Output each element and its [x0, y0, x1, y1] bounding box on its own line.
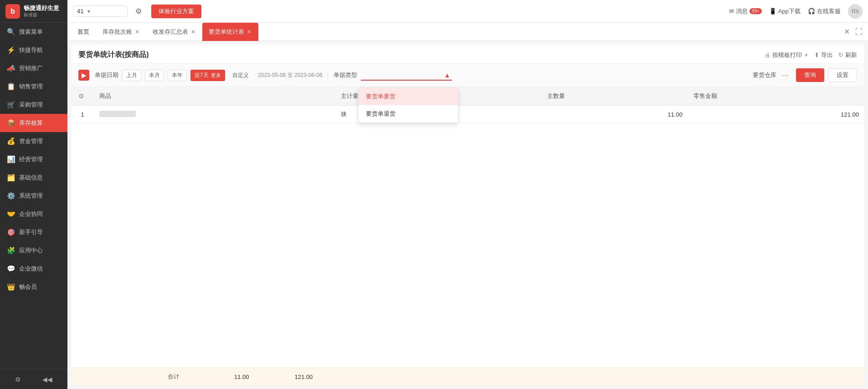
trial-button[interactable]: 体验行业方案 — [151, 5, 201, 18]
query-button[interactable]: 查询 — [796, 68, 824, 82]
system-icon: ⚙️ — [6, 191, 15, 200]
refresh-icon: ↻ — [838, 51, 843, 58]
org-selector[interactable]: 41 ▼ — [73, 5, 128, 17]
sidebar-item-weixin[interactable]: 💬 企业微信 — [0, 260, 67, 278]
main-area: 41 ▼ ⚙ 体验行业方案 ✉ 消息 99+ 📱 App下载 🎧 在线客服 Ri… — [67, 0, 868, 389]
col-header-qty: 主数量 — [542, 87, 688, 106]
filter-type-chevron-icon[interactable]: ▲ — [444, 72, 451, 79]
tab-inventory-batch-close[interactable]: ✕ — [135, 29, 139, 35]
sidebar-item-finance[interactable]: 💰 资金管理 — [0, 132, 67, 150]
row-qty: 11.00 — [542, 106, 688, 123]
message-button[interactable]: ✉ 消息 99+ — [729, 7, 762, 15]
enterprise-icon: 🤝 — [6, 210, 15, 219]
sidebar-item-basics[interactable]: 🗂️ 基础信息 — [0, 169, 67, 187]
data-table: ⚙ 商品 主计量单位 主数量 零售金额 1 块 — [71, 87, 864, 123]
sidebar-logo: b 畅捷通好生意 标准版 — [0, 0, 67, 23]
refresh-button[interactable]: ↻ 刷新 — [838, 51, 857, 59]
sidebar-item-marketing[interactable]: 📣 营销推广 — [0, 59, 67, 77]
filter-type-group: 单据类型 ▲ — [334, 70, 452, 81]
org-chevron-icon: ▼ — [86, 9, 91, 14]
export-icon: ⬆ — [814, 51, 819, 58]
page-title: 要货单统计表(按商品) — [78, 50, 149, 60]
page-content: 要货单统计表(按商品) 🖨 按模板打印 ▼ ⬆ 导出 ↻ 刷新 ▶ — [71, 45, 864, 385]
footer-label: 合计 — [77, 373, 180, 381]
sidebar-item-shortcut[interactable]: ⚡ 快捷导航 — [0, 41, 67, 59]
tab-order-stats[interactable]: 要货单统计表 ✕ — [202, 23, 258, 41]
app-download-button[interactable]: 📱 App下载 — [769, 7, 801, 15]
sidebar-item-guide[interactable]: 🎯 新手引导 — [0, 223, 67, 241]
table-wrap: ⚙ 商品 主计量单位 主数量 零售金额 1 块 — [71, 87, 864, 368]
header-right: ✉ 消息 99+ 📱 App下载 🎧 在线客服 Rit — [729, 4, 863, 19]
sidebar-item-search[interactable]: 🔍 搜索菜单 — [0, 23, 67, 41]
sidebar-item-apps[interactable]: 🧩 应用中心 — [0, 241, 67, 260]
sidebar-nav: 🔍 搜索菜单 ⚡ 快捷导航 📣 营销推广 📋 销售管理 🛒 采购管理 📦 库存核… — [0, 23, 67, 369]
settings-button[interactable]: 设置 — [828, 68, 857, 82]
date-btn-last7[interactable]: 近7天 更多 — [190, 70, 225, 81]
header-gear-button[interactable]: ⚙ — [131, 4, 146, 19]
print-icon: 🖨 — [765, 51, 770, 58]
tab-order-stats-close[interactable]: ✕ — [247, 29, 252, 35]
more-label: 更多 — [211, 72, 221, 78]
type-dropdown-menu: 要货单要货 要货单退货 — [358, 87, 458, 123]
filter-type-input-wrap: ▲ — [361, 70, 452, 81]
online-service-button[interactable]: 🎧 在线客服 — [808, 7, 841, 15]
inventory-icon: 📦 — [6, 118, 15, 128]
table-footer: 合计 11.00 121.00 — [71, 368, 864, 385]
tabs-bar-right: ✕ ⛶ — [842, 26, 864, 38]
sidebar-settings-button[interactable]: ⚙ — [15, 376, 21, 383]
filter-expand-button[interactable]: ▶ — [78, 70, 89, 81]
table-row: 1 块 11.00 121.00 — [71, 106, 864, 123]
tab-inventory-batch[interactable]: 库存批次账 ✕ — [96, 23, 146, 41]
sidebar-item-sales[interactable]: 📋 销售管理 — [0, 77, 67, 96]
sidebar-collapse-button[interactable]: ◀◀ — [42, 376, 52, 383]
sales-icon: 📋 — [6, 82, 15, 91]
col-header-product: 商品 — [94, 87, 335, 106]
footer-amount: 121.00 — [249, 374, 313, 380]
print-chevron-icon: ▼ — [804, 52, 809, 58]
row-amount: 121.00 — [688, 106, 864, 123]
member-icon: 👑 — [6, 282, 15, 292]
col-header-amount: 零售金额 — [688, 87, 864, 106]
footer-qty: 11.00 — [180, 374, 249, 380]
date-btn-this-year[interactable]: 本年 — [168, 70, 187, 81]
tab-home[interactable]: 首页 — [71, 23, 96, 41]
tabs-close-all-button[interactable]: ✕ — [842, 26, 852, 38]
date-btn-last-month[interactable]: 上月 — [122, 70, 141, 81]
filter-type-input[interactable] — [361, 70, 452, 81]
tabs-expand-button[interactable]: ⛶ — [853, 26, 864, 38]
dropdown-option-order-return[interactable]: 要货单退货 — [359, 105, 458, 123]
page-header: 要货单统计表(按商品) 🖨 按模板打印 ▼ ⬆ 导出 ↻ 刷新 — [71, 45, 864, 64]
header-left: 41 ▼ ⚙ 体验行业方案 — [73, 4, 729, 19]
dropdown-option-order-goods[interactable]: 要货单要货 — [359, 88, 458, 105]
sidebar-item-inventory[interactable]: 📦 库存核算 — [0, 114, 67, 132]
sidebar-item-member[interactable]: 👑 畅会员 — [0, 278, 67, 296]
row-index: 1 — [71, 106, 94, 123]
sidebar-bottom: ⚙ ◀◀ — [0, 369, 67, 389]
sidebar-item-enterprise[interactable]: 🤝 企业协同 — [0, 205, 67, 223]
date-btn-custom[interactable]: 自定义 — [229, 70, 252, 81]
service-icon: 🎧 — [808, 8, 815, 15]
avatar[interactable]: Rit — [848, 4, 863, 19]
finance-icon: 💰 — [6, 137, 15, 146]
date-btn-this-month[interactable]: 本月 — [145, 70, 164, 81]
page-actions: 🖨 按模板打印 ▼ ⬆ 导出 ↻ 刷新 — [765, 51, 857, 59]
filter-warehouse-group: 要货仓库 ··· — [753, 71, 789, 80]
table-column-settings-icon[interactable]: ⚙ — [77, 92, 86, 101]
tab-receivable-summary-close[interactable]: ✕ — [191, 29, 195, 35]
filter-row: ▶ 单据日期 上月 本月 本年 近7天 更多 自定义 2023-05-06 至 … — [71, 64, 864, 87]
export-button[interactable]: ⬆ 导出 — [814, 51, 833, 59]
tab-receivable-summary[interactable]: 收发存汇总表 ✕ — [146, 23, 202, 41]
print-button[interactable]: 🖨 按模板打印 ▼ — [765, 51, 809, 59]
purchase-icon: 🛒 — [6, 100, 15, 109]
sidebar-item-system[interactable]: ⚙️ 系统管理 — [0, 187, 67, 205]
filter-buttons: 查询 设置 — [796, 68, 857, 82]
sidebar-item-purchase[interactable]: 🛒 采购管理 — [0, 96, 67, 114]
apps-icon: 🧩 — [6, 246, 15, 255]
message-icon: ✉ — [729, 8, 734, 15]
table-header: ⚙ 商品 主计量单位 主数量 零售金额 — [71, 87, 864, 106]
warehouse-dots-icon[interactable]: ··· — [782, 71, 789, 80]
sidebar-item-operations[interactable]: 📊 经营管理 — [0, 150, 67, 169]
search-icon: 🔍 — [6, 27, 15, 36]
phone-icon: 📱 — [769, 8, 776, 15]
operations-icon: 📊 — [6, 155, 15, 164]
